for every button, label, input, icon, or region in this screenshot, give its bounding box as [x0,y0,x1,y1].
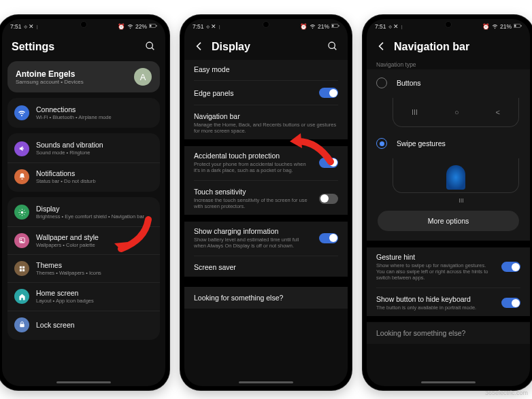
phone-3: 7:51 ⟐ ✕ ⋮ ⏰ 21% [363,15,532,390]
row-sub: Brightness • Eye comfort shield • Naviga… [36,213,153,220]
row-hide-keyboard[interactable]: Show button to hide keyboard The button … [367,290,530,316]
row-display[interactable]: Display Brightness • Eye comfort shield … [7,198,160,226]
watermark: 365electric.com [485,389,528,396]
battery-icon [149,23,157,30]
radio-buttons-option[interactable]: Buttons [367,72,530,94]
row-sub: Wallpapers • Color palette [36,242,153,248]
battery-percent: 22% [135,23,147,30]
search-icon[interactable] [327,41,338,53]
themes-icon [14,261,29,276]
header: Navigation bar [367,34,530,58]
home-indicator[interactable] [421,381,476,383]
avatar[interactable]: A [134,68,152,86]
row-easy-mode[interactable]: Easy mode [184,60,348,79]
account-card[interactable]: Antoine Engels Samsung account • Devices… [7,61,160,92]
row-wallpaper[interactable]: Wallpaper and style Wallpapers • Color p… [7,227,160,255]
home-indicator[interactable] [56,381,111,383]
row-themes[interactable]: Themes Themes • Wallpapers • Icons [7,255,160,283]
gesture-preview [393,158,519,193]
display-icon [14,205,29,220]
radio-swipe-option[interactable]: Swipe gestures [367,133,530,154]
row-title: Home screen [36,289,153,297]
group-gap [184,277,348,286]
row-title: Screen saver [194,263,236,271]
alarm-icon: ⏰ [118,23,125,30]
home-icon [14,289,29,304]
row-sub: Manage the Home, Back, and Recents butto… [194,122,338,134]
wifi-circle-icon [14,105,29,120]
svg-rect-11 [339,25,339,27]
header: Settings [2,34,165,58]
row-lock-screen[interactable]: Lock screen [7,311,160,339]
row-sub: Layout • App icon badges [36,298,153,304]
screen-settings: 7:51 ⟐ ✕ ⋮ ⏰ 22% Settings [2,19,165,386]
buttons-preview: III ○ < [393,98,519,127]
recents-icon: III [412,108,418,116]
row-title: Show button to hide keyboard [376,295,495,303]
row-home-screen[interactable]: Home screen Layout • App icon badges [7,283,160,311]
divider [194,180,338,181]
section-navigation-type: Navigation type [367,58,530,69]
row-connections[interactable]: Connections Wi-Fi • Bluetooth • Airplane… [7,99,160,126]
svg-line-4 [152,48,154,50]
status-icons-left: ⟐ ✕ ⋮ [206,23,222,30]
wallpaper-icon [14,233,29,248]
group-gap [367,316,530,322]
row-charging-info[interactable]: Show charging information Show battery l… [184,222,348,254]
row-gesture-hint[interactable]: Gesture hint Show where to swipe up for … [367,247,530,286]
home-indicator[interactable] [239,381,293,383]
page-title: Settings [12,41,54,53]
divider [194,80,338,81]
divider [194,105,338,105]
row-sub: Status bar • Do not disturb [36,178,153,184]
back-icon[interactable] [376,41,387,53]
row-title: Notifications [36,169,153,177]
row-title: Touch sensitivity [194,188,312,196]
svg-rect-1 [150,25,152,27]
toggle-edge[interactable] [319,88,338,98]
row-edge-panels[interactable]: Edge panels [184,82,348,103]
row-sub: Wi-Fi • Bluetooth • Airplane mode [36,114,153,120]
svg-line-13 [334,48,336,50]
row-touch-sensitivity[interactable]: Touch sensitivity Increase the touch sen… [184,182,348,215]
svg-rect-10 [332,25,334,27]
group-sound-notif: Sounds and vibration Sound mode • Ringto… [7,133,160,192]
row-accidental-touch[interactable]: Accidental touch protection Protect your… [184,146,348,179]
back-icon[interactable] [194,41,205,53]
footer-prompt[interactable]: Looking for something else? [367,322,530,344]
row-sub: Themes • Wallpapers • Icons [36,270,153,276]
radio-icon[interactable] [376,138,387,149]
home-circle-icon: ○ [454,108,459,116]
row-sub: Show battery level and estimated time un… [194,237,312,249]
svg-rect-16 [521,25,522,27]
row-navigation-bar[interactable]: Navigation bar Manage the Home, Back, an… [184,107,348,139]
row-screen-saver[interactable]: Screen saver [184,258,348,277]
option-label: Buttons [397,79,421,87]
footer-prompt[interactable]: Looking for something else? [184,286,348,309]
more-options-button[interactable]: More options [378,211,519,231]
status-icons-left: ⟐ ✕ ⋮ [388,23,404,30]
row-title: Wallpaper and style [36,233,153,241]
row-notifications[interactable]: Notifications Status bar • Do not distur… [7,163,160,190]
svg-point-3 [146,42,152,48]
toggle-hide-keyboard[interactable] [501,298,520,308]
battery-percent: 21% [318,23,329,30]
group-display: Display Brightness • Eye comfort shield … [7,197,160,340]
front-camera [80,21,87,28]
battery-percent: 21% [500,23,512,30]
front-camera [445,21,452,28]
account-name: Antoine Engels [16,69,84,79]
clock: 7:51 [193,23,204,30]
row-title: Easy mode [194,65,230,73]
toggle-gesture-hint[interactable] [501,262,520,272]
radio-icon[interactable] [376,77,387,88]
toggle-sensitivity[interactable] [319,194,338,204]
screen-display: 7:51 ⟐ ✕ ⋮ ⏰ 21% [184,19,348,386]
group-gap [184,139,348,146]
row-sounds[interactable]: Sounds and vibration Sound mode • Ringto… [7,135,160,162]
divider [376,288,520,288]
search-icon[interactable] [145,41,156,53]
toggle-charging[interactable] [319,233,338,243]
sound-icon [14,141,29,156]
toggle-accidental[interactable] [319,158,338,168]
